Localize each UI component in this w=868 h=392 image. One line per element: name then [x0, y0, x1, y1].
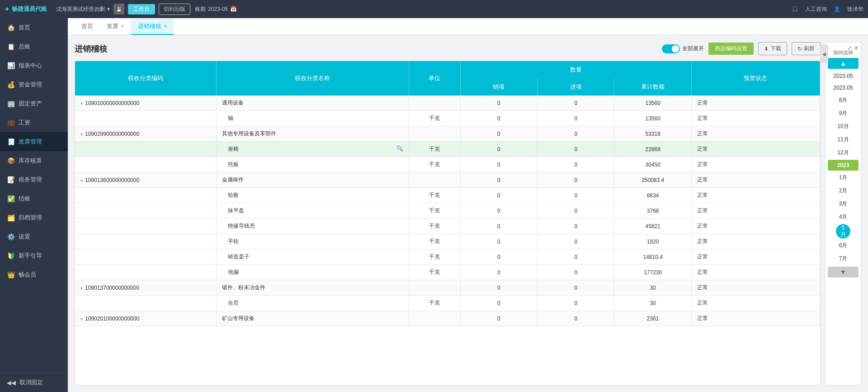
- tab-invoice[interactable]: 发票 ✕: [100, 19, 131, 35]
- table-cell-status: 正常: [691, 280, 820, 296]
- table-cell-purchase: 0: [538, 311, 614, 326]
- sidebar-item-settings[interactable]: ⚙️ 设置: [0, 227, 68, 246]
- month-item[interactable]: 10月: [828, 120, 859, 133]
- reconciliation-table: 税收分类编码 税收分类名称 单位 数量 预警状态 销项 进项 累计数额: [75, 61, 820, 326]
- table-cell-code: [75, 111, 216, 126]
- workbench-button[interactable]: 工作台: [128, 4, 155, 14]
- scroll-up-button[interactable]: ▲: [828, 58, 859, 69]
- support-label[interactable]: 人工咨询: [805, 5, 827, 13]
- table-cell-cumulative: 13560: [614, 111, 691, 126]
- table-cell-code: [75, 188, 216, 203]
- save-button[interactable]: 💾: [113, 4, 124, 14]
- top-bar: ✦ 畅捷通易代账 沈海英测试经营勿删 ▾ 💾 工作台 切到旧版 账期 2023-…: [0, 0, 868, 18]
- expand-icon[interactable]: ▾: [80, 178, 83, 183]
- page-header: 进销稽核 全部展开 商品编码设置 ⬇ 下载: [75, 42, 821, 55]
- period-label: 账期: [195, 5, 206, 13]
- toggle-expand-switch[interactable]: [662, 44, 680, 53]
- sidebar-item-ledger[interactable]: 📋 总账: [0, 37, 68, 56]
- month-item[interactable]: 12月: [828, 147, 859, 159]
- company-selector[interactable]: 沈海英测试经营勿删 ▾: [56, 5, 110, 13]
- table-cell-code: [75, 296, 216, 311]
- table-cell-status: 正常: [691, 249, 820, 265]
- month-item[interactable]: 11月: [828, 134, 859, 146]
- sidebar-label-salary: 工资: [19, 119, 30, 127]
- sidebar-item-guide[interactable]: 🔰 新手引导: [0, 246, 68, 265]
- sidebar-item-archive[interactable]: 🗂️ 归档管理: [0, 208, 68, 227]
- panel-close-icon[interactable]: ✕: [854, 45, 859, 51]
- sidebar-label-settlement: 结账: [19, 195, 30, 203]
- table-cell-status: 正常: [691, 234, 820, 249]
- sidebar-item-funds[interactable]: 💰 资金管理: [0, 75, 68, 94]
- unpin-button[interactable]: ◀◀ 取消固定: [0, 373, 68, 392]
- expand-icon[interactable]: ▾: [80, 132, 83, 137]
- th-quantity-group: 数量: [460, 61, 691, 78]
- refresh-button[interactable]: ↻ 刷新: [792, 42, 821, 55]
- table-cell-cumulative: 30: [614, 280, 691, 296]
- download-button[interactable]: ⬇ 下载: [758, 42, 787, 55]
- table-cell-sales: 0: [460, 203, 537, 219]
- table-cell-status: 正常: [691, 219, 820, 234]
- sidebar-item-member[interactable]: 👑 畅会员: [0, 265, 68, 284]
- table-cell-name: 金属铸件: [216, 172, 409, 188]
- table-cell-cumulative: 3768: [614, 203, 691, 219]
- expand-icon[interactable]: ▾: [80, 316, 83, 321]
- archive-icon: 🗂️: [7, 214, 15, 221]
- table-cell-sales: 0: [460, 219, 537, 234]
- expand-icon[interactable]: ▾: [80, 101, 83, 106]
- sidebar-item-reports[interactable]: 📊 报表中心: [0, 56, 68, 75]
- sidebar-item-home[interactable]: 🏠 首页: [0, 18, 68, 37]
- month-item[interactable]: 2023.05: [828, 71, 859, 81]
- sidebar-item-invoice[interactable]: 🧾 发票管理: [0, 132, 68, 151]
- month-item[interactable]: 2月: [828, 185, 859, 197]
- table-cell-name: 锻件、粉末冶金件: [216, 280, 409, 296]
- product-code-settings-button[interactable]: 商品编码设置: [708, 43, 754, 55]
- sidebar-item-assets[interactable]: 🏢 固定资产: [0, 94, 68, 113]
- table-cell-name: 铸造盖子: [216, 249, 409, 265]
- tab-reconciliation[interactable]: 进销稽核 ✕: [131, 19, 174, 35]
- calendar-icon[interactable]: 📅: [230, 6, 237, 12]
- month-item[interactable]: 8月: [828, 94, 859, 106]
- tab-home[interactable]: 首页: [75, 19, 100, 35]
- table-cell-code: [75, 249, 216, 265]
- month-item[interactable]: 1月: [828, 172, 859, 184]
- scroll-down-button[interactable]: ▼: [828, 267, 859, 277]
- month-item[interactable]: 6月: [828, 239, 859, 252]
- sidebar-item-tax[interactable]: 📝 税务管理: [0, 170, 68, 189]
- table-cell-purchase: 0: [538, 126, 614, 142]
- table-cell-status: 正常: [691, 311, 820, 326]
- table-cell-name: 地漏: [216, 265, 409, 280]
- table-cell-name: 轮毂: [216, 188, 409, 203]
- inventory-icon: 📦: [7, 157, 15, 164]
- panel-collapse-btn[interactable]: ◀: [820, 45, 828, 63]
- tab-invoice-close[interactable]: ✕: [121, 24, 124, 29]
- month-item[interactable]: 4月: [828, 211, 859, 223]
- month-item[interactable]: 7月: [828, 253, 859, 265]
- sidebar-label-member: 畅会员: [19, 271, 36, 279]
- table-cell-code: ▾109013600000000000: [75, 172, 216, 188]
- table-cell-purchase: 0: [538, 111, 614, 126]
- month-item[interactable]: 2023: [828, 160, 859, 171]
- panel-expand-icon[interactable]: ⤢: [847, 45, 852, 51]
- sidebar-item-inventory[interactable]: 📦 库存核算: [0, 151, 68, 170]
- table-cell-purchase: 0: [538, 96, 614, 111]
- switch-version-button[interactable]: 切到旧版: [159, 4, 190, 15]
- month-item[interactable]: 5月: [836, 224, 850, 239]
- tab-reconciliation-close[interactable]: ✕: [164, 24, 167, 29]
- sidebar-item-settlement[interactable]: ✅ 结账: [0, 189, 68, 208]
- table-cell-cumulative: 14810.4: [614, 249, 691, 265]
- table-cell-code: [75, 234, 216, 249]
- main-layout: 🏠 首页 📋 总账 📊 报表中心 💰 资金管理 🏢 固定资产 💼 工资: [0, 18, 868, 392]
- search-icon[interactable]: 🔍: [396, 145, 403, 152]
- sidebar-label-tax: 税务管理: [19, 176, 42, 184]
- month-item[interactable]: 9月: [828, 107, 859, 120]
- sidebar-footer: ◀◀ 取消固定: [0, 373, 68, 392]
- sidebar-item-salary[interactable]: 💼 工资: [0, 113, 68, 132]
- sidebar-label-home: 首页: [19, 24, 30, 32]
- month-item[interactable]: 3月: [828, 198, 859, 210]
- expand-icon[interactable]: ▾: [80, 286, 83, 291]
- ledger-icon: 📋: [7, 43, 15, 50]
- month-item[interactable]: 2023.05: [828, 82, 859, 93]
- user-name[interactable]: 徐泽华: [847, 5, 863, 13]
- table-cell-name: 绝缘导线壳: [216, 219, 409, 234]
- table-cell-unit: 千克: [409, 265, 461, 280]
